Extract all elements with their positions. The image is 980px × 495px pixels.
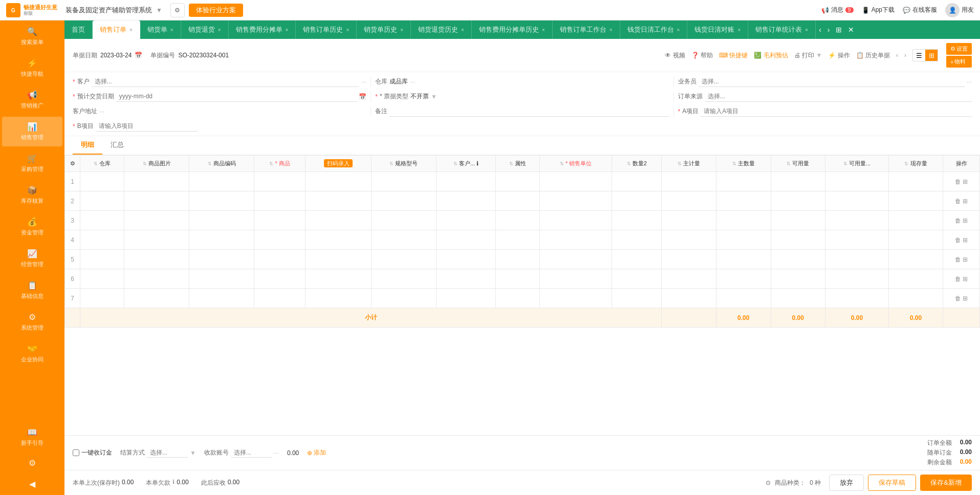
customer-more-icon[interactable]: ··· <box>361 78 366 85</box>
view-nav-next[interactable]: › <box>904 52 906 59</box>
row-4-qty2[interactable] <box>612 230 661 250</box>
close-tab-return-history[interactable]: × <box>461 27 464 33</box>
row-6-scan[interactable] <box>305 269 371 289</box>
close-tab-sales-order[interactable]: × <box>129 27 133 33</box>
close-tab-cash-workbench[interactable]: × <box>677 27 680 33</box>
th-main-unit[interactable]: ⇅ 主计量 <box>662 156 716 172</box>
row-3-unit[interactable] <box>540 211 612 230</box>
tab-nav-next[interactable]: › <box>824 26 833 34</box>
row-3-current[interactable] <box>888 211 943 230</box>
date-calendar-icon[interactable]: 📅 <box>359 93 366 100</box>
row-6-customer-code[interactable] <box>436 269 495 289</box>
staff-more-icon[interactable]: ··· <box>967 78 972 85</box>
row-5-action[interactable]: 🗑 ⊞ <box>943 250 980 269</box>
row-6-current[interactable] <box>888 269 943 289</box>
th-product-code[interactable]: ⇅ 商品编码 <box>189 156 254 172</box>
row-3-warehouse[interactable] <box>80 211 124 230</box>
row-7-product-img[interactable] <box>124 289 189 308</box>
expected-date-input[interactable] <box>116 91 357 102</box>
row-2-qty2[interactable] <box>612 191 661 211</box>
row-1-available[interactable] <box>771 172 825 191</box>
row-7-available[interactable] <box>771 289 825 308</box>
row-5-delete-icon[interactable]: 🗑 <box>955 256 961 263</box>
pay-method-input[interactable] <box>147 448 188 458</box>
sidebar-item-finance[interactable]: 💰 资金管理 <box>2 212 62 242</box>
view-nav-prev[interactable]: ‹ <box>896 52 898 59</box>
form-view-button[interactable]: ⊞ <box>925 50 938 61</box>
row-3-available2[interactable] <box>825 211 889 230</box>
settings-float-button[interactable]: ⚙ 设置 <box>946 43 972 55</box>
row-6-warehouse[interactable] <box>80 269 124 289</box>
add-button[interactable]: ⊕ 添加 <box>307 448 326 457</box>
receipt-account-input[interactable] <box>231 448 272 458</box>
row-6-available2[interactable] <box>825 269 889 289</box>
app-download-button[interactable]: 📱 App下载 <box>862 6 895 14</box>
remarks-input[interactable] <box>389 106 669 117</box>
row-4-action[interactable]: 🗑 ⊞ <box>943 230 980 250</box>
system-dropdown-icon[interactable]: ▼ <box>156 7 162 14</box>
row-2-available[interactable] <box>771 191 825 211</box>
row-5-main-unit[interactable] <box>662 250 716 269</box>
sidebar-item-quicknav[interactable]: ⚡ 快捷导航 <box>2 53 62 83</box>
tab-nav-expand[interactable]: ⊞ <box>833 26 845 34</box>
th-unit[interactable]: ⇅ * 销售单位 <box>540 156 612 172</box>
tab-nav-prev[interactable]: ‹ <box>816 26 824 34</box>
row-6-main-qty[interactable] <box>716 269 771 289</box>
row-5-attribute[interactable] <box>496 250 540 269</box>
row-4-product-code[interactable] <box>189 230 254 250</box>
close-tab-sales-cost[interactable]: × <box>286 27 289 33</box>
row-5-main-qty[interactable] <box>716 250 771 269</box>
row-7-product[interactable] <box>254 289 306 308</box>
row-5-product-img[interactable] <box>124 250 189 269</box>
row-1-customer-code[interactable] <box>436 172 495 191</box>
row-3-available[interactable] <box>771 211 825 230</box>
row-1-main-qty[interactable] <box>716 172 771 191</box>
help-button[interactable]: ❓ 帮助 <box>691 51 713 60</box>
row-2-product[interactable] <box>254 191 306 211</box>
industry-solution-button[interactable]: 体验行业方案 <box>189 4 243 17</box>
row-5-copy-icon[interactable]: ⊞ <box>963 256 968 263</box>
row-4-main-qty[interactable] <box>716 230 771 250</box>
row-5-spec[interactable] <box>371 250 436 269</box>
tab-sales-order-history[interactable]: 销售订单历史 × <box>296 20 357 39</box>
row-6-action[interactable]: 🗑 ⊞ <box>943 269 980 289</box>
row-7-spec[interactable] <box>371 289 436 308</box>
sidebar-item-sales[interactable]: 📊 销售管理 <box>2 117 62 146</box>
row-5-qty2[interactable] <box>612 250 661 269</box>
save-draft-button[interactable]: 保存草稿 <box>868 475 916 491</box>
sidebar-item-inventory[interactable]: 📦 库存核算 <box>2 180 62 210</box>
sidebar-item-ops[interactable]: 📈 经营管理 <box>2 244 62 273</box>
tab-home[interactable]: 首页 <box>64 20 93 39</box>
row-7-copy-icon[interactable]: ⊞ <box>963 295 968 302</box>
row-1-available2[interactable] <box>825 172 889 191</box>
calendar-icon[interactable]: 📅 <box>135 52 142 59</box>
close-tab-goods-history[interactable]: × <box>400 27 403 33</box>
row-7-action[interactable]: 🗑 ⊞ <box>943 289 980 308</box>
warehouse-more-icon[interactable]: ··· <box>410 78 415 85</box>
settings-gear-button[interactable]: ⚙ <box>170 3 185 17</box>
row-3-qty2[interactable] <box>612 211 661 230</box>
row-4-current[interactable] <box>888 230 943 250</box>
row-4-unit[interactable] <box>540 230 612 250</box>
tab-sales-order[interactable]: 销售订单 × <box>93 20 140 39</box>
row-7-customer-code[interactable] <box>436 289 495 308</box>
print-dropdown-icon[interactable]: ▼ <box>816 52 822 59</box>
sidebar-item-collapse[interactable]: ◀ <box>2 474 62 494</box>
row-5-available[interactable] <box>771 250 825 269</box>
row-3-product[interactable] <box>254 211 306 230</box>
row-5-current[interactable] <box>888 250 943 269</box>
tab-sales-goods-history[interactable]: 销货单历史 × <box>357 20 411 39</box>
row-6-main-unit[interactable] <box>662 269 716 289</box>
row-1-attribute[interactable] <box>496 172 540 191</box>
row-1-delete-icon[interactable]: 🗑 <box>955 178 961 185</box>
sidebar-item-marketing[interactable]: 📢 营销推广 <box>2 85 62 115</box>
table-scroll-area[interactable]: ⚙ ⇅ 仓库 ⇅ 商品图片 ⇅ 商品编码 ⇅ * 商品 扫码录入 ⇅ 规格型号 … <box>64 155 980 435</box>
sidebar-item-collab[interactable]: 🤝 企业协同 <box>2 339 62 369</box>
row-3-customer-code[interactable] <box>436 211 495 230</box>
row-3-delete-icon[interactable]: 🗑 <box>955 217 961 224</box>
row-2-copy-icon[interactable]: ⊞ <box>963 198 968 205</box>
row-2-customer-code[interactable] <box>436 191 495 211</box>
row-4-main-unit[interactable] <box>662 230 716 250</box>
row-2-current[interactable] <box>888 191 943 211</box>
th-product[interactable]: ⇅ * 商品 <box>254 156 306 172</box>
